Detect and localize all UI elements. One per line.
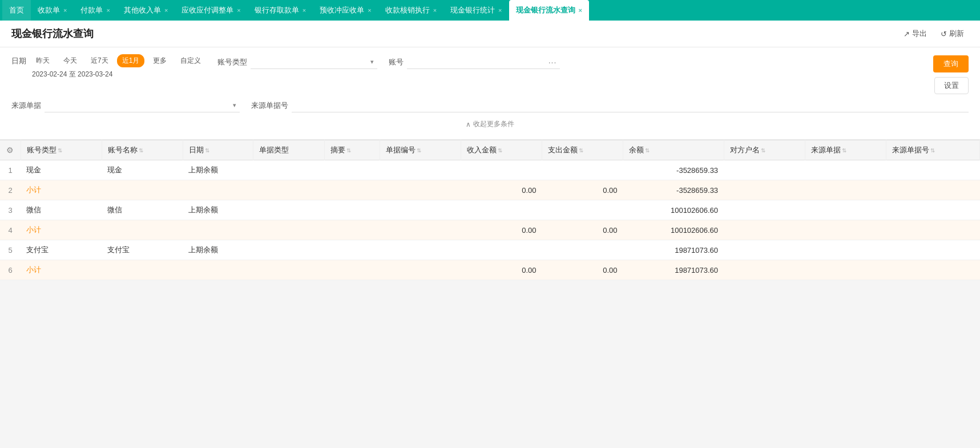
doc-no-cell: [380, 220, 461, 240]
row-num-cell: 4: [0, 220, 21, 240]
date-btn-7days[interactable]: 近7天: [86, 54, 114, 67]
source-doc-chevron-icon: ▾: [233, 102, 236, 109]
sort-icon-balance: ⇅: [645, 147, 650, 154]
source-doc-cell: [805, 240, 886, 260]
nav-tab-other-income[interactable]: 其他收入单 ×: [117, 0, 175, 21]
nav-tab-advance[interactable]: 预收冲应收单 ×: [313, 0, 378, 21]
date-cell: [183, 180, 253, 200]
settings-button[interactable]: 设置: [934, 77, 969, 94]
nav-tab-collection[interactable]: 收款核销执行 ×: [378, 0, 443, 21]
sort-icon-doc-no: ⇅: [417, 147, 421, 154]
th-counterparty[interactable]: 对方户名⇅: [724, 140, 805, 160]
doc-no-cell: [380, 200, 461, 220]
th-income[interactable]: 收入金额⇅: [461, 140, 542, 160]
balance-cell: 19871073.60: [623, 240, 724, 260]
nav-tab-collection-label: 收款核销执行: [385, 5, 430, 15]
nav-tab-advance-close[interactable]: ×: [368, 7, 371, 14]
th-date[interactable]: 日期⇅: [183, 140, 253, 160]
source-doc-num-input[interactable]: [295, 99, 965, 112]
date-cell: [183, 220, 253, 240]
th-summary[interactable]: 摘要⇅: [324, 140, 380, 160]
source-doc-input[interactable]: [48, 99, 233, 112]
date-btn-more[interactable]: 更多: [148, 54, 172, 67]
nav-tab-bank-deposit[interactable]: 银行存取款单 ×: [248, 0, 313, 21]
doc-type-cell: [253, 220, 324, 240]
th-doc-no[interactable]: 单据编号⇅: [380, 140, 461, 160]
account-type-cell: 小计: [21, 220, 102, 240]
nav-tab-payment-close[interactable]: ×: [106, 7, 110, 14]
th-account-name[interactable]: 账号名称⇅: [102, 140, 183, 160]
source-doc-cell: [805, 260, 886, 280]
date-range-display: 2023-02-24 至 2023-03-24: [32, 70, 112, 78]
date-cell: 上期余额: [183, 240, 253, 260]
balance-cell: -3528659.33: [623, 160, 724, 180]
table-row: 4小计0.000.00100102606.60: [0, 220, 980, 240]
nav-tab-other-income-close[interactable]: ×: [164, 7, 168, 14]
table-row: 5支付宝支付宝上期余额19871073.60: [0, 240, 980, 260]
nav-tab-collection-close[interactable]: ×: [433, 7, 437, 14]
table-row: 6小计0.000.0019871073.60: [0, 260, 980, 280]
account-type-chevron-icon: ▾: [370, 58, 374, 66]
source-doc-no-cell: [886, 160, 979, 180]
account-type-cell: 小计: [21, 180, 102, 200]
doc-type-cell: [253, 180, 324, 200]
data-table: ⚙ 账号类型⇅ 账号名称⇅ 日期⇅ 单据类型 摘要⇅ 单据编号⇅: [0, 140, 980, 280]
account-name-cell: [102, 180, 183, 200]
date-btn-1month[interactable]: 近1月: [117, 54, 145, 67]
chevron-up-icon: ∧: [466, 120, 471, 128]
nav-tab-adjustment-close[interactable]: ×: [237, 7, 240, 14]
table-settings-icon[interactable]: ⚙: [6, 146, 14, 155]
source-doc-no-cell: [886, 240, 979, 260]
export-icon: ↗: [904, 30, 910, 38]
date-label: 日期: [11, 56, 26, 66]
summary-cell: [324, 220, 380, 240]
nav-tab-cash-bank-stats-close[interactable]: ×: [498, 7, 502, 14]
nav-tab-adjustment[interactable]: 应收应付调整单 ×: [175, 0, 247, 21]
nav-tab-advance-label: 预收冲应收单: [320, 5, 364, 15]
header-actions: ↗ 导出 ↺ 刷新: [899, 26, 969, 41]
nav-tab-cash-bank-flow-label: 现金银行流水查询: [516, 5, 575, 15]
row-num-cell: 3: [0, 200, 21, 220]
source-doc-cell: [805, 200, 886, 220]
sort-icon-source-doc-no: ⇅: [930, 147, 935, 154]
date-btn-custom[interactable]: 自定义: [175, 54, 206, 67]
sort-icon-date: ⇅: [205, 147, 209, 154]
nav-tab-cash-bank-stats[interactable]: 现金银行统计 ×: [443, 0, 509, 21]
sort-icon-account-name: ⇅: [139, 147, 143, 154]
account-dots-button[interactable]: ···: [549, 58, 557, 67]
row-num-cell: 6: [0, 260, 21, 280]
th-account-type[interactable]: 账号类型⇅: [21, 140, 102, 160]
th-balance[interactable]: 余额⇅: [623, 140, 724, 160]
nav-tab-home[interactable]: 首页: [2, 0, 31, 21]
table-row: 2小计0.000.00-3528659.33: [0, 180, 980, 200]
nav-tab-receipt[interactable]: 收款单 ×: [31, 0, 74, 21]
account-input[interactable]: [410, 55, 548, 68]
export-label: 导出: [912, 29, 927, 39]
refresh-button[interactable]: ↺ 刷新: [936, 26, 969, 41]
th-source-doc-no[interactable]: 来源单据号⇅: [886, 140, 979, 160]
th-source-doc[interactable]: 来源单据⇅: [805, 140, 886, 160]
nav-tab-cash-bank-flow-close[interactable]: ×: [579, 7, 582, 14]
counterparty-cell: [724, 160, 805, 180]
source-doc-no-cell: [886, 220, 979, 240]
export-button[interactable]: ↗ 导出: [899, 26, 931, 41]
nav-tab-receipt-close[interactable]: ×: [63, 7, 67, 14]
date-btn-yesterday[interactable]: 昨天: [31, 54, 55, 67]
collapse-bar[interactable]: ∧ 收起更多条件: [11, 116, 969, 132]
summary-cell: [324, 180, 380, 200]
query-button[interactable]: 查询: [933, 55, 969, 72]
nav-tab-payment[interactable]: 付款单 ×: [74, 0, 116, 21]
balance-cell: 100102606.60: [623, 200, 724, 220]
nav-tab-other-income-label: 其他收入单: [124, 5, 161, 15]
nav-tab-bank-deposit-close[interactable]: ×: [303, 7, 306, 14]
th-expense[interactable]: 支出金额⇅: [542, 140, 623, 160]
source-doc-no-cell: [886, 260, 979, 280]
income-cell: [461, 240, 542, 260]
date-btn-today[interactable]: 今天: [58, 54, 82, 67]
nav-tab-cash-bank-flow[interactable]: 现金银行流水查询 ×: [509, 0, 589, 21]
date-options: 昨天 今天 近7天 近1月 更多 自定义: [31, 54, 206, 67]
table-body: 1现金现金上期余额-3528659.332小计0.000.00-3528659.…: [0, 160, 980, 280]
income-cell: 0.00: [461, 260, 542, 280]
nav-tab-bank-deposit-label: 银行存取款单: [255, 5, 299, 15]
account-type-input[interactable]: [254, 55, 370, 68]
